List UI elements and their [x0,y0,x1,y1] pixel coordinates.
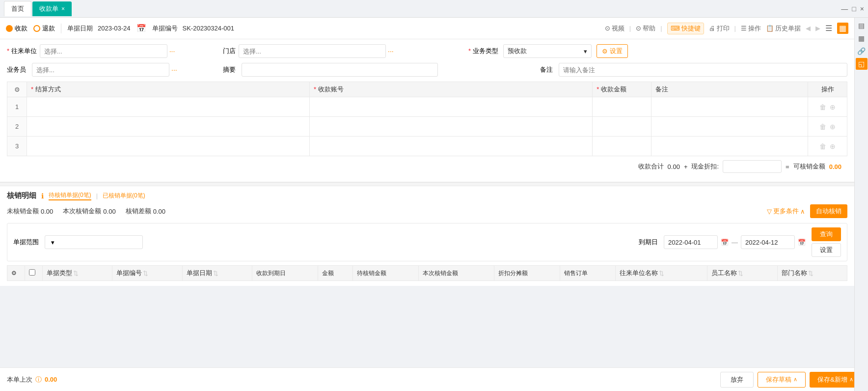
amount-cell-3[interactable] [593,137,651,156]
draft-btn[interactable]: 保存草稿 ∧ [758,372,806,388]
staff-field: 业务员 ··· [7,63,213,77]
shortcut-btn[interactable]: ⌨ 快捷键 [667,23,704,34]
sort-icon-3[interactable]: ⇅ [213,270,218,277]
counterpart-field: * 往来单位 ··· [7,44,213,58]
tab-close-btn[interactable]: × [61,5,65,12]
th-gear2[interactable]: ⚙ [7,266,25,281]
gear-icon: ⚙ [602,48,608,55]
info-circle-icon: ⓘ [35,375,42,384]
diff-value: 0.00 [153,208,165,215]
sort-icon-4[interactable]: ⇅ [659,270,664,277]
delete-row-icon-3[interactable]: 🗑 [819,142,826,150]
sidebar-grid-icon[interactable]: ▦ [856,32,868,44]
staff-input[interactable] [32,63,169,77]
video-btn[interactable]: ⊙ 视频 [605,24,624,33]
sidebar-table-icon[interactable]: ▤ [856,20,868,31]
radio-receive-label: 收款 [15,24,27,33]
sort-icon-1[interactable]: ⇅ [73,270,79,277]
summary-input[interactable] [242,63,438,77]
operation-icon: ☰ [741,25,747,32]
business-settings-btn[interactable]: ⚙ 设置 [597,44,628,58]
th-staff-name: 员工名称 ⇅ [707,266,777,281]
notes-cell-2[interactable] [651,117,808,137]
delete-row-icon-2[interactable]: 🗑 [819,123,826,131]
save-new-chevron-icon: ∧ [849,376,853,383]
th-checkbox[interactable] [25,266,43,281]
th-pending-amount: 待核销金额 [353,266,418,281]
print-btn[interactable]: 🖨 打印 [709,24,730,33]
save-new-btn[interactable]: 保存&新增 ∧ [810,372,861,388]
counterpart-input[interactable] [40,44,167,58]
due-date-label: 到期日 [639,238,658,247]
date-to-input[interactable] [741,235,795,249]
payment-cell-3[interactable] [27,137,310,156]
calendar-icon[interactable]: 📅 [136,24,146,33]
th-gear[interactable]: ⚙ [7,82,27,97]
store-label: 门店 [223,47,236,56]
tab-receipt[interactable]: 收款单 × [32,1,72,16]
verify-section: 核销明细 ℹ 待核销单据(0笔) | 已核销单据(0笔) 未核销金额 0.00 … [0,186,854,286]
tab-home[interactable]: 首页 [4,1,31,16]
divider1 [61,24,61,33]
equals-sign: = [786,163,789,170]
list-view-btn[interactable]: ☰ [825,24,832,33]
filter-range-select[interactable]: ▾ [45,235,143,249]
amount-cell-2[interactable] [593,117,651,137]
query-btn[interactable]: 查询 [812,227,841,241]
account-cell-2[interactable] [310,117,593,137]
footer-info: 本单上次 ⓘ 0.00 [7,375,57,384]
th-due-date: 收款到期日 [252,266,318,281]
abandon-btn[interactable]: 放弃 [720,372,754,388]
payment-cell-1[interactable] [27,97,310,117]
sort-icon-5[interactable]: ⇅ [738,270,743,277]
sidebar-expand-icon[interactable]: ◱ [856,58,868,70]
copy-row-icon-2[interactable]: ⊕ [830,123,836,131]
diff-label: 核销差额 [126,207,151,216]
done-tab[interactable]: 已核销单据(0笔) [103,192,145,200]
auto-cancel-btn[interactable]: 自动核销 [810,204,847,218]
counterpart-more-btn[interactable]: ··· [169,47,175,55]
notes-input[interactable] [559,63,847,77]
account-cell-3[interactable] [310,137,593,156]
store-more-btn[interactable]: ··· [388,47,394,55]
calendar-to-icon[interactable]: 📅 [798,239,806,246]
calendar-from-icon[interactable]: 📅 [721,239,729,246]
help-btn[interactable]: ⊙ 帮助 [636,24,655,33]
copy-row-icon-3[interactable]: ⊕ [830,142,836,150]
sidebar-link-icon[interactable]: 🔗 [856,45,868,57]
discount-input[interactable] [723,160,782,173]
payment-cell-2[interactable] [27,117,310,137]
notes-cell-1[interactable] [651,97,808,117]
minimize-btn[interactable]: — [841,5,848,13]
operation-btn[interactable]: ☰ 操作 [741,24,761,33]
business-type-select[interactable]: 预收款 ▾ [503,44,592,58]
amount-cell-1[interactable] [593,97,651,117]
copy-row-icon-1[interactable]: ⊕ [830,103,836,111]
number-value: SK-20230324-001 [183,25,235,32]
pending-tab[interactable]: 待核销单据(0笔) [49,191,91,200]
footer-buttons: 放弃 保存草稿 ∧ 保存&新增 ∧ [720,372,861,388]
th-notes: 备注 [651,82,808,97]
chevron-down-icon2: ▾ [51,239,54,246]
select-all-checkbox[interactable] [29,269,35,276]
sort-icon-2[interactable]: ⇅ [143,270,148,277]
store-input[interactable] [239,44,386,58]
delete-row-icon-1[interactable]: 🗑 [819,103,826,111]
sort-icon-6[interactable]: ⇅ [808,270,814,277]
discount-label: 现金折扣: [691,162,719,171]
filter-label: 单据范围 [13,238,39,247]
history-btn[interactable]: 📋 历史单据 [766,24,801,33]
grid-view-btn[interactable]: ▦ [837,23,848,34]
info-icon[interactable]: ℹ [41,192,44,200]
tab-receipt-label: 收款单 [39,4,58,13]
more-conditions-btn[interactable]: ▽ 更多条件 ∧ [767,207,805,216]
window-close-btn[interactable]: × [860,5,864,13]
radio-receive[interactable]: 收款 [6,24,27,33]
maximize-btn[interactable]: □ [852,5,856,13]
notes-cell-3[interactable] [651,137,808,156]
date-from-input[interactable] [664,235,718,249]
account-cell-1[interactable] [310,97,593,117]
staff-more-btn[interactable]: ··· [171,66,177,74]
radio-refund[interactable]: 退款 [33,24,55,33]
filter-settings-btn[interactable]: 设置 [812,243,841,257]
